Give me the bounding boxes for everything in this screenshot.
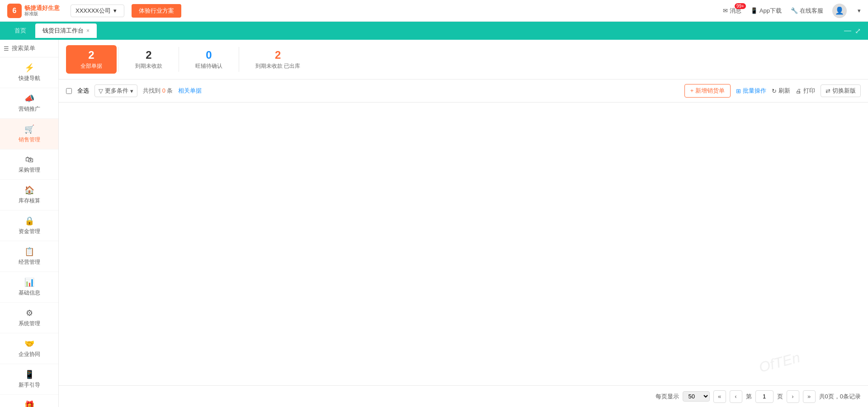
tab-close-icon[interactable]: × [86,28,90,34]
company-name: XXXXXX公司 [75,7,111,15]
tab-home[interactable]: 首页 [7,23,33,38]
sidebar-item-label: 新手引导 [19,381,40,389]
message-badge: 99+ [735,3,746,9]
logo-area: 6 畅捷通好生意 标准版 [7,4,66,18]
next-page-btn[interactable]: › [787,390,799,403]
top-header: 6 畅捷通好生意 标准版 XXXXXX公司 ▾ 体验行业方案 ✉ 消息 99+ … [0,0,868,22]
first-page-icon: « [718,393,721,400]
online-service-btn[interactable]: 🔧 在线客服 [791,7,823,15]
sidebar-item-label: 经营管理 [19,258,40,266]
quick-nav-icon: ⚡ [24,63,34,73]
print-btn[interactable]: 🖨 打印 [796,87,815,95]
sidebar-item-operations[interactable]: 📋 经营管理 [0,241,58,272]
new-order-btn[interactable]: + 新增销货单 [684,84,731,98]
user-name-area[interactable]: ▾ [856,7,861,14]
sidebar-item-quick-nav[interactable]: ⚡ 快捷导航 [0,57,58,88]
sidebar-item-finance[interactable]: 🔒 资金管理 [0,211,58,241]
dropdown-icon: ▾ [113,7,117,14]
sidebar-item-basic-info[interactable]: 📊 基础信息 [0,272,58,303]
first-page-btn[interactable]: « [713,390,726,403]
select-all-checkbox[interactable] [66,88,72,94]
result-text: 共找到 0 条 [143,87,173,95]
experience-btn[interactable]: 体验行业方案 [132,4,181,18]
prev-page-icon: ‹ [735,393,736,400]
tab-home-label: 首页 [14,27,26,35]
stat-card-pending[interactable]: 0 旺辅待确认 [181,45,237,74]
result-count: 0 [162,87,165,94]
refresh-icon: ↻ [772,88,777,94]
guide-icon: 📱 [24,370,34,379]
tab-minimize-icon[interactable]: — [844,27,851,35]
prev-page-btn[interactable]: ‹ [730,390,742,403]
next-page-icon: › [792,393,793,400]
stat-card-all[interactable]: 2 全部单据 [66,45,117,74]
tab-workbench[interactable]: 钱货日清工作台 × [35,23,97,38]
app-version: 标准版 [24,11,60,17]
online-service-label: 在线客服 [800,7,823,15]
sidebar-item-label: 企业协同 [19,351,40,358]
stat-label-shipped: 到期未收款 已出库 [255,62,300,70]
operations-icon: 📋 [24,247,34,257]
tab-workbench-label: 钱货日清工作台 [42,27,84,35]
sidebar-item-app-center[interactable]: 🎁 应用中心 [0,395,58,407]
sidebar-item-system[interactable]: ⚙ 系统管理 [0,303,58,333]
refresh-label: 刷新 [778,87,790,95]
page-input[interactable] [755,390,774,403]
select-all-label: 全选 [77,87,89,95]
switch-label: 切换新版 [832,87,856,95]
search-label: 搜索菜单 [12,44,35,52]
filter-icon: ▽ [99,88,103,94]
switch-version-btn[interactable]: ⇄ 切换新版 [821,84,861,97]
batch-btn[interactable]: ⊞ 批量操作 [736,87,766,95]
pagination: 每页显示 50 100 200 « ‹ 第 页 › » 共0页，0条记录 [59,385,868,407]
stat-num-shipped: 2 [275,49,281,61]
table-area [59,103,868,385]
stat-card-overdue[interactable]: 2 到期未收款 [121,45,177,74]
sidebar-item-label: 营销推广 [19,105,40,113]
basic-info-icon: 📊 [24,277,34,287]
sidebar: ☰ 搜索菜单 ⚡ 快捷导航 📣 营销推广 🛒 销售管理 🛍 采购管理 🏠 库存核… [0,40,59,407]
sidebar-item-label: 采购管理 [19,166,40,174]
logo-icon: 6 [7,4,22,18]
filter-btn[interactable]: ▽ 更多条件 ▾ [94,84,137,97]
related-order-link[interactable]: 相关单据 [178,87,202,95]
sidebar-item-label: 系统管理 [19,320,40,327]
download-icon: 📱 [750,7,758,14]
sidebar-item-label: 资金管理 [19,228,40,235]
page-label: 第 [746,393,752,401]
refresh-btn[interactable]: ↻ 刷新 [772,87,790,95]
purchase-icon: 🛍 [25,155,33,164]
app-download-btn[interactable]: 📱 App下载 [750,7,782,15]
sidebar-item-sales[interactable]: 🛒 销售管理 [0,119,58,150]
per-page-select[interactable]: 50 100 200 [683,391,710,402]
total-info: 共0页，0条记录 [819,393,861,401]
sidebar-item-guide[interactable]: 📱 新手引导 [0,364,58,395]
tab-maximize-icon[interactable]: ⤢ [855,27,861,35]
tab-bar: 首页 钱货日清工作台 × — ⤢ [0,22,868,40]
app-name: 畅捷通好生意 [24,5,60,12]
search-icon: ☰ [4,45,9,52]
print-icon: 🖨 [796,88,802,94]
sidebar-item-marketing[interactable]: 📣 营销推广 [0,88,58,119]
sidebar-item-label: 快捷导航 [19,75,40,82]
last-page-icon: » [807,393,811,400]
result-prefix: 共找到 [143,87,160,94]
company-selector[interactable]: XXXXXX公司 ▾ [71,5,124,17]
stat-card-shipped[interactable]: 2 到期未收款 已出库 [241,45,315,74]
batch-label: 批量操作 [743,87,766,95]
toolbar: 全选 ▽ 更多条件 ▾ 共找到 0 条 相关单据 + 新增销货单 ⊞ 批量操作 [59,80,868,103]
per-page-label: 每页显示 [656,393,679,401]
sidebar-item-purchase[interactable]: 🛍 采购管理 [0,150,58,180]
avatar-icon: 👤 [835,6,844,15]
user-dropdown-icon: ▾ [858,7,861,14]
avatar[interactable]: 👤 [832,4,847,18]
sidebar-item-enterprise[interactable]: 🤝 企业协同 [0,333,58,364]
sidebar-item-label: 销售管理 [19,136,40,144]
service-icon: 🔧 [791,7,798,14]
marketing-icon: 📣 [24,94,34,103]
message-btn[interactable]: ✉ 消息 99+ [723,7,741,15]
last-page-btn[interactable]: » [803,390,816,403]
sidebar-search[interactable]: ☰ 搜索菜单 [0,40,58,57]
sidebar-item-inventory[interactable]: 🏠 库存核算 [0,180,58,211]
filter-label: 更多条件 [105,87,128,95]
